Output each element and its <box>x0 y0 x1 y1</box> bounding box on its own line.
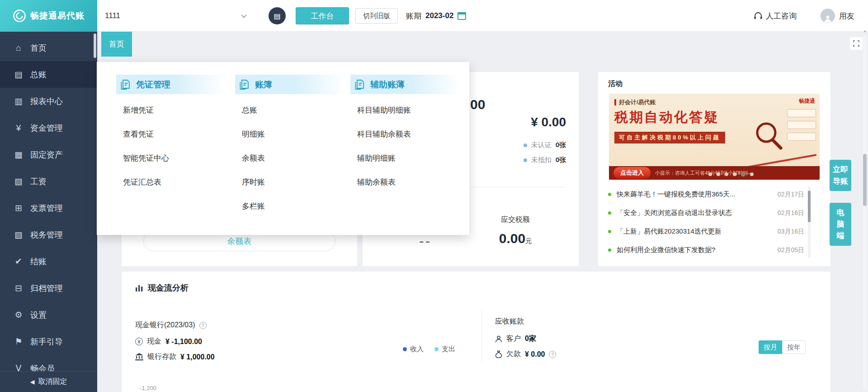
debt-value: ¥ 0.00 <box>525 350 545 359</box>
promo-banner[interactable]: 好会计/易代账 畅捷通 税期自动化答疑 可自主解决税期80%以上问题 点击进入 … <box>609 94 820 180</box>
news-dot-icon <box>608 230 611 233</box>
sidebar-item-report-center[interactable]: ▥ 报表中心 <box>0 88 97 115</box>
headset-icon <box>754 12 763 20</box>
sidebar-item-fixed-assets[interactable]: ▦ 固定资产 <box>0 141 97 168</box>
account-select[interactable]: 1111 <box>105 0 249 32</box>
toggle-by-year[interactable]: 按年 <box>782 340 806 354</box>
import-accounts-button[interactable]: 立即导账 <box>830 160 851 191</box>
news-item[interactable]: 如何利用企业微信快速下发数据? 02月05日 <box>608 241 804 259</box>
activity-title: 活动 <box>608 79 623 89</box>
news-item[interactable]: 快来薅羊毛！一键报税免费使用365天... 02月17日 <box>608 185 804 204</box>
sidebar-item-guide[interactable]: ⚑ 新手引导 <box>0 328 97 355</box>
menu-item-aux-balance[interactable]: 辅助余额表 <box>350 170 457 194</box>
carousel-dot[interactable] <box>725 172 728 176</box>
debt-row: 欠款 ¥ 0.00 ? <box>495 349 556 359</box>
import-accounts-label: 立即导账 <box>832 164 849 187</box>
legend-income-label: 收入 <box>410 345 424 354</box>
carousel-dot[interactable] <box>733 172 736 176</box>
sidebar-item-funds[interactable]: ¥ 资金管理 <box>0 115 97 141</box>
logo-text: 畅捷通易代账 <box>30 10 85 22</box>
legend-expense: 支出 <box>434 345 455 354</box>
support-button[interactable]: 人工咨询 <box>754 0 797 32</box>
bullet-icon <box>524 158 527 162</box>
main-scrollbar-thumb[interactable] <box>863 154 867 206</box>
carousel-dot[interactable] <box>717 172 720 176</box>
undeducted-value: 0张 <box>556 156 566 164</box>
news-item[interactable]: 「安全」关闭浏览器自动退出登录状态 02月16日 <box>608 204 804 222</box>
menu-item-detail-ledger[interactable]: 明细账 <box>235 122 341 146</box>
news-dot-icon <box>608 249 611 252</box>
tax-due-number: 0.00 <box>499 231 525 246</box>
news-date: 02月05日 <box>773 246 804 254</box>
fullscreen-icon <box>853 40 859 47</box>
coin-icon: ¥ <box>135 338 143 345</box>
sidebar-item-closing[interactable]: ✔ 结账 <box>0 248 97 275</box>
person-icon <box>495 335 502 343</box>
sidebar-item-home[interactable]: ⌂ 首页 <box>0 34 97 61</box>
banner-subtitle: 可自主解决税期80%以上问题 <box>614 132 725 143</box>
sidebar-item-tax[interactable]: ▨ 税务管理 <box>0 221 97 248</box>
menu-item-general-ledger[interactable]: 总账 <box>235 98 341 122</box>
sidebar-item-label: 税务管理 <box>30 229 63 240</box>
activity-card: 活动 好会计/易代账 畅捷通 税期自动化答疑 可自主解决税期80%以上问题 <box>598 72 830 266</box>
sidebar-item-archive[interactable]: ⊟ 归档管理 <box>0 275 97 301</box>
unpin-sidebar-button[interactable]: ◀ 取消固定 <box>0 371 97 392</box>
banner-cta-button[interactable]: 点击进入 <box>613 167 651 179</box>
carousel-dot[interactable] <box>708 172 712 176</box>
menu-item-balance-sheet[interactable]: 余额表 <box>235 146 341 170</box>
period-value[interactable]: 2023-02 <box>425 11 453 20</box>
cashflow-title-row: 现金流分析 <box>135 282 189 293</box>
carousel-dots <box>708 172 754 177</box>
menu-item-subject-aux-detail[interactable]: 科目辅助明细账 <box>350 98 457 122</box>
user-menu[interactable]: 用友 <box>821 0 854 32</box>
unpin-label: 取消固定 <box>38 377 67 387</box>
news-date: 02月16日 <box>773 209 804 217</box>
debt-label: 欠款 <box>506 349 521 359</box>
banner-tagline: 好会计/易代账 <box>614 98 656 106</box>
fullscreen-button[interactable] <box>850 37 863 50</box>
news-item[interactable]: 「上新」易代账20230314迭代更新 03月16日 <box>608 222 804 241</box>
help-icon[interactable]: ? <box>549 351 556 358</box>
menu-item-smart-voucher-center[interactable]: 智能凭证中心 <box>116 146 222 170</box>
sidebar-item-settings[interactable]: ⚙ 设置 <box>0 301 97 328</box>
aux-book-icon <box>354 79 366 91</box>
carousel-dot[interactable] <box>750 172 754 176</box>
ledger-book-icon <box>239 79 250 91</box>
doc-badge-button[interactable]: ▤ <box>269 7 286 24</box>
workbench-button[interactable]: 工作台 <box>296 7 349 24</box>
sidebar-item-salary[interactable]: ▧ 工资 <box>0 168 97 195</box>
news-text: 快来薅羊毛！一键报税免费使用365天... <box>611 190 773 199</box>
menu-item-view-voucher[interactable]: 查看凭证 <box>116 122 222 146</box>
news-list: 快来薅羊毛！一键报税免费使用365天... 02月17日 「安全」关闭浏览器自动… <box>608 185 804 259</box>
home-icon: ⌂ <box>14 43 24 53</box>
sidebar-scrollbar-thumb[interactable] <box>94 33 96 58</box>
banner-title: 税期自动化答疑 <box>614 108 719 127</box>
calendar-icon[interactable] <box>458 12 466 20</box>
help-icon[interactable]: ? <box>199 322 207 329</box>
menu-item-journal[interactable]: 序时账 <box>235 170 341 194</box>
toggle-by-year-label: 按年 <box>787 343 801 352</box>
assets-icon: ▦ <box>14 149 24 160</box>
tab-home[interactable]: 首页 <box>101 32 132 57</box>
menu-item-subject-aux-balance[interactable]: 科目辅助余额表 <box>350 122 457 146</box>
news-scrollbar-thumb[interactable] <box>808 191 811 222</box>
sidebar-item-invoice[interactable]: ⊞ 发票管理 <box>0 195 97 221</box>
switch-old-version-button[interactable]: 切到旧版 <box>355 8 398 24</box>
sidebar-item-general-ledger[interactable]: ▤ 总账 <box>0 61 97 88</box>
menu-item-voucher-summary[interactable]: 凭证汇总表 <box>116 170 222 194</box>
scroll-up-icon[interactable]: ▲ <box>863 29 867 33</box>
menu-item-new-voucher[interactable]: 新增凭证 <box>116 98 222 122</box>
news-text: 「上新」易代账20230314迭代更新 <box>611 227 773 236</box>
empty-value-dashes: -- <box>419 233 431 249</box>
desktop-client-button[interactable]: 电脑端 <box>830 203 851 246</box>
carousel-dot-active[interactable] <box>741 172 745 177</box>
sidebar-item-label: 结账 <box>30 256 47 267</box>
money-bag-icon <box>495 350 502 358</box>
toggle-by-month[interactable]: 按月 <box>759 340 782 354</box>
app-logo[interactable]: 畅捷通易代账 <box>0 0 97 32</box>
menu-item-aux-detail[interactable]: 辅助明细账 <box>350 146 457 170</box>
tax-due-unit: 元 <box>525 237 532 244</box>
vertical-divider <box>481 310 482 364</box>
tab-home-label: 首页 <box>109 39 124 49</box>
menu-item-multi-column-ledger[interactable]: 多栏账 <box>235 194 341 218</box>
